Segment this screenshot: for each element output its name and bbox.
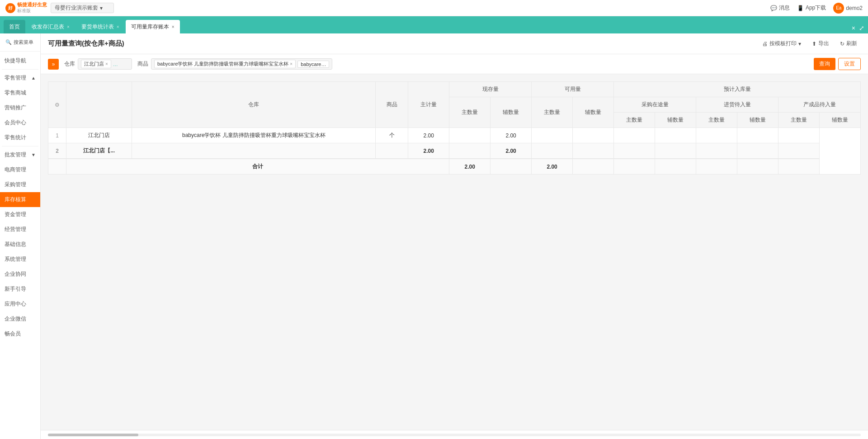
sidebar-item-retail-mgmt[interactable]: 零售管理 ▲ [2,71,38,85]
sidebar-item-member-label: 畅会员 [5,330,21,338]
td-avail-aux-2 [532,143,573,159]
table-row: 1 江北门店 babycare学饮杯 儿童防摔防撞吸管杯重力球吸嘴杯宝宝水杯 个… [48,128,861,143]
th-purchase-transit-group: 采购在途量 [614,97,696,113]
sidebar-item-member[interactable]: 畅会员 [2,326,38,341]
sidebar: 🔍 搜索菜单 快捷导航 零售管理 ▲ 零售商城 营销推广 会员中心 [0,33,41,439]
td-row-num-2: 2 [48,143,66,159]
scroll-thumb[interactable] [48,434,138,436]
table-settings-icon[interactable]: ⚙ [54,101,61,109]
refresh-btn[interactable]: ↻ 刷新 [836,38,861,49]
user-name: demo2 [846,5,863,11]
sidebar-item-purchase-mgmt[interactable]: 采购管理 [2,177,38,192]
sidebar-item-enterprise[interactable]: 企业协同 [2,267,38,282]
close-all-tabs-btn[interactable]: × [852,24,855,32]
fullscreen-btn[interactable]: ⤢ [859,24,864,32]
sidebar-item-app-center-label: 应用中心 [5,300,26,308]
td-stock-main-2: 2.00 [408,143,449,159]
product-tag-1-label: babycare学饮杯 儿童防摔防撞吸管杯重力球吸嘴杯宝宝水杯 [157,61,288,67]
search-menu-btn[interactable]: 🔍 搜索菜单 [4,37,37,47]
table-footer [41,430,868,439]
message-icon: 💬 [770,5,777,11]
print-btn[interactable]: 🖨 按模板打印 ▾ [759,38,805,49]
td-summary-empty-1 [48,159,66,175]
warehouse-tag-1-close[interactable]: × [105,61,108,66]
sidebar-item-enterprise-label: 企业协同 [5,270,26,278]
sidebar-item-new-guide[interactable]: 新手引导 [2,282,38,297]
filter-actions: 查询 设置 [814,58,861,70]
sidebar-item-inventory[interactable]: 库存核算 [0,192,40,207]
export-label: 导出 [818,40,829,47]
warehouse-tags[interactable]: 江北门店 × … [78,58,132,70]
tab-order-stats-close[interactable]: × [117,24,119,29]
sidebar-item-wholesale-mgmt[interactable]: 批发管理 ▼ [2,147,38,162]
sidebar-item-retail-mall[interactable]: 零售商城 [2,85,38,100]
warehouse-tag-1[interactable]: 江北门店 × [81,60,111,68]
td-summary-stock-aux [491,159,532,175]
td-purchase-aux-2 [614,143,655,159]
tab-home[interactable]: 首页 [4,20,25,33]
td-stock-main-1: 2.00 [408,128,449,143]
th-row-num [66,82,132,128]
tab-order-stats[interactable]: 要货单统计表 × [76,20,125,33]
tab-available-stock[interactable]: 可用量库存账本 × [126,20,180,33]
app-download-btn[interactable]: 📱 App下载 [797,4,826,12]
settings-btn[interactable]: 设置 [838,58,861,70]
product-label: 商品 [137,60,148,68]
sidebar-item-quick-nav[interactable]: 快捷导航 [2,53,38,68]
td-summary-purchase-main [614,159,655,175]
tab-order-stats-label: 要货单统计表 [81,23,114,31]
product-tag-1[interactable]: babycare学饮杯 儿童防摔防撞吸管杯重力球吸嘴杯宝宝水杯 × [154,60,296,68]
main-layout: 🔍 搜索菜单 快捷导航 零售管理 ▲ 零售商城 营销推广 会员中心 [0,33,868,439]
top-bar-left: 好 畅捷通好生意 标准版 母婴行业演示账套 ▾ [5,2,114,14]
scroll-track[interactable] [48,434,861,436]
sidebar-item-inventory-label: 库存核算 [5,196,26,203]
product-tag-2[interactable]: babycare… [297,61,329,68]
sidebar-item-member-center[interactable]: 会员中心 [2,115,38,130]
search-icon: 🔍 [5,39,12,45]
sidebar-item-member-center-label: 会员中心 [5,119,26,127]
sidebar-item-ecommerce[interactable]: 电商管理 [2,162,38,177]
export-btn[interactable]: ⬆ 导出 [808,38,833,49]
th-production-aux: 辅数量 [820,113,861,128]
product-tags[interactable]: babycare学饮杯 儿童防摔防撞吸管杯重力球吸嘴杯宝宝水杯 × babyca… [151,58,332,70]
td-incoming-main-1 [655,128,696,143]
td-purchase-main-1 [573,128,614,143]
sidebar-item-retail-stats[interactable]: 零售统计 [2,130,38,145]
sidebar-item-system[interactable]: 系统管理 [2,252,38,267]
warehouse-label: 仓库 [64,60,75,68]
avatar: Ea [833,3,844,14]
th-incoming-main: 主数量 [696,113,737,128]
sidebar-item-operations[interactable]: 经营管理 [2,222,38,237]
sidebar-item-basic-info-label: 基础信息 [5,241,26,248]
sidebar-item-retail-stats-label: 零售统计 [5,134,26,142]
sidebar-item-wholesale-mgmt-label: 批发管理 [5,151,26,159]
tab-receipts-label: 收发存汇总表 [32,23,64,31]
industry-label: 母婴行业演示账套 [55,4,98,12]
tab-receipts[interactable]: 收发存汇总表 × [26,20,75,33]
page-actions: 🖨 按模板打印 ▾ ⬆ 导出 ↻ 刷新 [759,38,861,49]
product-tag-1-close[interactable]: × [290,61,292,66]
tab-receipts-close[interactable]: × [67,24,70,29]
sidebar-item-marketing[interactable]: 营销推广 [2,100,38,115]
sidebar-item-marketing-label: 营销推广 [5,104,26,112]
filter-expand-btn[interactable]: » [48,59,59,70]
sidebar-item-finance[interactable]: 资金管理 [2,207,38,222]
sidebar-divider-1 [2,69,38,70]
sidebar-item-basic-info[interactable]: 基础信息 [2,237,38,252]
tab-available-stock-close[interactable]: × [172,24,175,29]
industry-selector[interactable]: 母婴行业演示账套 ▾ [51,3,114,13]
td-stock-aux-1 [449,128,491,143]
td-summary-avail-aux [573,159,614,175]
logo-area: 好 畅捷通好生意 标准版 [5,2,47,14]
sidebar-item-enterprise-wechat[interactable]: 企业微信 [2,312,38,326]
sidebar-item-app-center[interactable]: 应用中心 [2,297,38,312]
td-avail-main-1: 2.00 [491,128,532,143]
message-btn[interactable]: 💬 消息 [770,4,790,12]
chevron-icon-2: ▼ [31,152,36,157]
print-label: 按模板打印 [769,40,797,47]
sidebar-item-system-label: 系统管理 [5,255,26,263]
td-summary-purchase-aux [655,159,696,175]
query-btn[interactable]: 查询 [814,58,835,70]
user-area[interactable]: Ea demo2 [833,3,863,14]
warehouse-more[interactable]: … [113,61,118,67]
